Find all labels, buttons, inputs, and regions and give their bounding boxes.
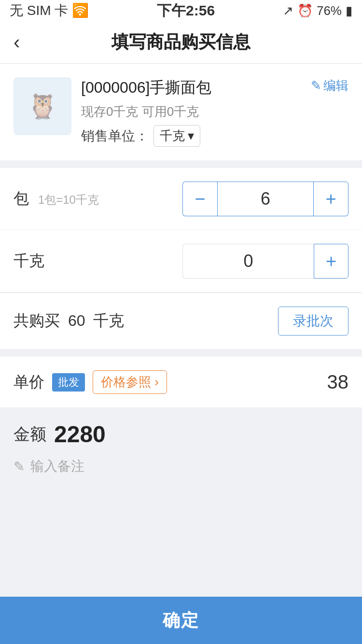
bag-quantity-controls: − +	[182, 182, 348, 216]
bag-label: 包 1包=10千克	[14, 188, 182, 210]
chevron-down-icon: ▾	[188, 128, 194, 143]
bag-sub-label: 1包=10千克	[38, 193, 99, 206]
battery-percent: 76%	[317, 3, 342, 18]
nav-bar: ‹ 填写商品购买信息	[0, 21, 362, 64]
unit-select[interactable]: 千克 ▾	[153, 125, 200, 147]
unit-label: 销售单位：	[81, 127, 149, 145]
batch-button[interactable]: 录批次	[278, 307, 348, 336]
product-name: [0000006]手撕面包	[81, 77, 348, 98]
back-button[interactable]: ‹	[14, 31, 20, 53]
note-placeholder: 输入备注	[30, 457, 84, 476]
kg-quantity-controls: +	[182, 244, 348, 279]
unit-value: 千克	[160, 127, 185, 144]
product-info: [0000006]手撕面包 现存0千克 可用0千克 销售单位： 千克 ▾	[81, 77, 348, 147]
confirm-bar[interactable]: 确定	[0, 597, 362, 644]
pencil-icon: ✎	[14, 459, 25, 475]
confirm-button[interactable]: 确定	[163, 609, 199, 632]
kg-quantity-row: 千克 +	[0, 230, 362, 293]
total-text: 共购买 60 千克	[14, 310, 124, 332]
edit-button[interactable]: ✎ 编辑	[311, 77, 348, 94]
edit-icon: ✎	[311, 78, 321, 93]
total-amount: 60	[68, 312, 85, 329]
product-thumbnail: 🦉	[14, 77, 71, 135]
status-right: ↗ ⏰ 76% ▮	[283, 3, 352, 18]
alarm-icon: ⏰	[297, 3, 313, 18]
page-title: 填写商品购买信息	[111, 30, 251, 54]
total-unit: 千克	[93, 312, 124, 329]
note-row[interactable]: ✎ 输入备注	[14, 457, 348, 485]
amount-label: 金额	[14, 423, 46, 446]
amount-row: 金额 2280	[14, 421, 348, 448]
product-unit-row: 销售单位： 千克 ▾	[81, 125, 348, 147]
bag-quantity-row: 包 1包=10千克 − +	[0, 168, 362, 230]
total-batch-row: 共购买 60 千克 录批次	[0, 293, 362, 349]
price-value: 38	[327, 371, 349, 393]
amount-value: 2280	[54, 421, 106, 448]
bag-quantity-input[interactable]	[217, 182, 314, 216]
battery-icon: ▮	[346, 3, 352, 18]
price-tag: 批发	[52, 373, 85, 392]
status-time: 下午2:56	[157, 1, 215, 21]
bag-increase-button[interactable]: +	[314, 182, 348, 216]
main-content: 🦉 [0000006]手撕面包 现存0千克 可用0千克 销售单位： 千克 ▾ ✎…	[0, 64, 362, 630]
status-bar: 无 SIM 卡 🛜 下午2:56 ↗ ⏰ 76% ▮	[0, 0, 362, 21]
kg-label: 千克	[14, 251, 182, 272]
section-divider-1	[0, 349, 362, 357]
amount-section: 金额 2280 ✎ 输入备注	[0, 407, 362, 582]
location-icon: ↗	[283, 3, 293, 18]
price-section: 单价 批发 价格参照 › 38	[0, 357, 362, 407]
sim-status: 无 SIM 卡 🛜	[10, 1, 89, 20]
kg-increase-button[interactable]: +	[314, 244, 348, 279]
price-label: 单价	[14, 372, 44, 393]
quantity-section: 包 1包=10千克 − + 千克 + 共购买 60 千克 录批次	[0, 168, 362, 349]
product-card: 🦉 [0000006]手撕面包 现存0千克 可用0千克 销售单位： 千克 ▾ ✎…	[0, 64, 362, 160]
edit-label: 编辑	[323, 77, 348, 94]
bag-decrease-button[interactable]: −	[182, 182, 217, 216]
price-ref-label: 价格参照 ›	[101, 374, 159, 391]
price-ref-button[interactable]: 价格参照 ›	[93, 370, 167, 394]
product-logo-icon: 🦉	[28, 92, 57, 120]
kg-quantity-input[interactable]	[182, 244, 314, 279]
total-prefix: 共购买	[14, 312, 60, 329]
product-stock: 现存0千克 可用0千克	[81, 103, 348, 120]
status-left: 无 SIM 卡 🛜	[10, 1, 89, 20]
